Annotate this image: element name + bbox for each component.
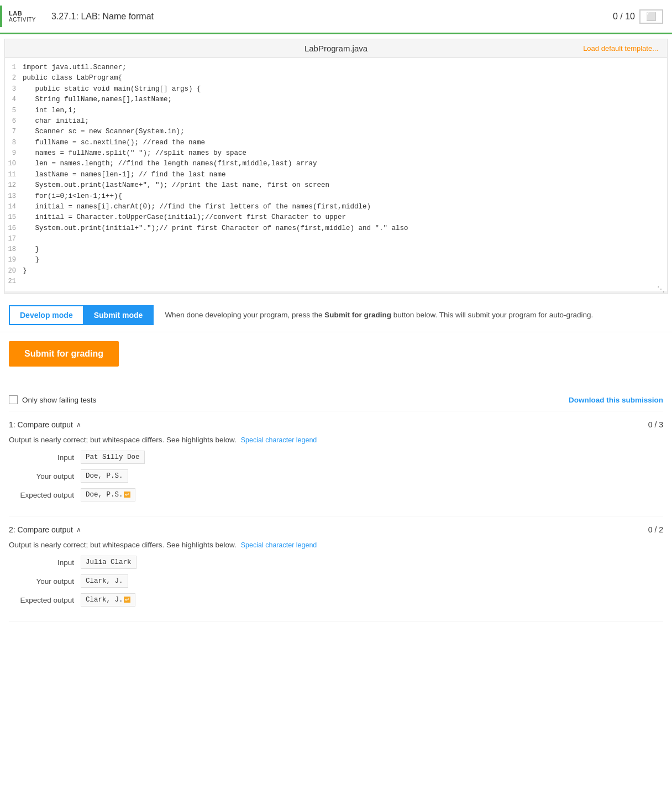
- line-number: 1: [5, 62, 23, 73]
- code-content: initial = Character.toUpperCase(initial)…: [23, 212, 346, 223]
- mode-desc-bold: Submit for grading: [324, 311, 391, 319]
- code-line: 3 public static void main(String[] args)…: [5, 84, 667, 95]
- lab-text: LAB: [9, 10, 36, 17]
- submit-area: Submit for grading: [0, 332, 672, 384]
- show-failing-text: Only show failing tests: [22, 396, 96, 404]
- code-content: names = fullName.split(" "); //split nam…: [23, 148, 246, 159]
- code-line: 9 names = fullName.split(" "); //split n…: [5, 148, 667, 159]
- newline-marker: ↵: [124, 492, 130, 498]
- code-content: public class LabProgram{: [23, 73, 122, 83]
- line-number: 20: [5, 266, 23, 276]
- your-output-label: Your output: [9, 472, 81, 480]
- code-content: Scanner sc = new Scanner(System.in);: [23, 127, 185, 137]
- line-number: 3: [5, 84, 23, 95]
- submit-grading-button[interactable]: Submit for grading: [9, 341, 119, 367]
- line-number: 17: [5, 234, 23, 244]
- input-value: Pat Silly Doe: [81, 451, 145, 464]
- your-output-row: Your output Clark, J.: [9, 574, 663, 588]
- code-line: 14 initial = names[i].charAt(0); //find …: [5, 202, 667, 212]
- test-header[interactable]: 1: Compare output ∧ 0 / 3: [9, 418, 663, 431]
- input-row: Input Julia Clark: [9, 556, 663, 569]
- develop-mode-button[interactable]: Develop mode: [9, 305, 83, 325]
- line-number: 15: [5, 212, 23, 223]
- test-body: Output is nearly correct; but whitespace…: [9, 536, 663, 614]
- editor-container: LabProgram.java Load default template...…: [4, 39, 668, 294]
- test-section: 1: Compare output ∧ 0 / 3 Output is near…: [9, 411, 663, 516]
- code-line: 12 System.out.print(lastName+", "); //pr…: [5, 180, 667, 191]
- code-line: 10 len = names.length; //find the length…: [5, 159, 667, 169]
- code-content: for(i=0;i<len-1;i++){: [23, 191, 122, 202]
- expected-output-row: Expected output Clark, J.↵: [9, 593, 663, 607]
- your-output-value: Doe, P.S.: [81, 469, 128, 483]
- code-line: 17: [5, 234, 667, 244]
- line-number: 6: [5, 116, 23, 127]
- expected-output-label: Expected output: [9, 491, 81, 499]
- special-char-legend-link[interactable]: Special character legend: [241, 541, 317, 549]
- input-label: Input: [9, 558, 81, 567]
- test-header[interactable]: 2: Compare output ∧ 0 / 2: [9, 523, 663, 536]
- line-number: 18: [5, 244, 23, 255]
- your-output-value: Clark, J.: [81, 574, 128, 588]
- code-line: 21: [5, 276, 667, 287]
- code-content: }: [23, 255, 39, 265]
- code-line: 13 for(i=0;i<len-1;i++){: [5, 191, 667, 202]
- code-line: 19 }: [5, 255, 667, 265]
- mode-desc-part1: When done developing your program, press…: [165, 311, 324, 319]
- test-body: Output is nearly correct; but whitespace…: [9, 431, 663, 509]
- line-number: 2: [5, 73, 23, 83]
- code-content: lastName = names[len-1]; // find the las…: [23, 170, 226, 180]
- failing-checkbox[interactable]: [9, 395, 18, 404]
- editor-filename: LabProgram.java: [229, 44, 444, 53]
- code-content: System.out.print(initial+".");// print f…: [23, 223, 408, 234]
- resize-handle[interactable]: [5, 291, 667, 294]
- code-content: System.out.print(lastName+", "); //print…: [23, 180, 329, 191]
- code-line: 1import java.util.Scanner;: [5, 62, 667, 73]
- test-score: 0 / 2: [648, 525, 663, 534]
- line-number: 19: [5, 255, 23, 265]
- expected-output-label: Expected output: [9, 596, 81, 604]
- download-submission-link[interactable]: Download this submission: [569, 396, 663, 404]
- line-number: 16: [5, 223, 23, 234]
- line-number: 11: [5, 170, 23, 180]
- test-message: Output is nearly correct; but whitespace…: [9, 436, 663, 444]
- show-failing-label[interactable]: Only show failing tests: [9, 395, 96, 404]
- header-score: 0 / 10 ⬜: [613, 9, 672, 24]
- input-value: Julia Clark: [81, 556, 136, 569]
- line-number: 7: [5, 127, 23, 137]
- special-char-legend-link[interactable]: Special character legend: [241, 436, 317, 444]
- line-number: 5: [5, 106, 23, 116]
- line-number: 9: [5, 148, 23, 159]
- newline-marker: ↵: [124, 597, 130, 603]
- code-line: 5 int len,i;: [5, 106, 667, 116]
- load-default-link[interactable]: Load default template...: [583, 44, 658, 53]
- mode-desc-part2: button below. This will submit your prog…: [391, 311, 593, 319]
- mode-description: When done developing your program, press…: [165, 310, 593, 321]
- code-line: 2public class LabProgram{: [5, 73, 667, 83]
- test-title-text: 2: Compare output: [9, 525, 73, 534]
- chevron-up-icon: ∧: [76, 421, 81, 428]
- test-message: Output is nearly correct; but whitespace…: [9, 541, 663, 549]
- code-line: 20}: [5, 266, 667, 276]
- test-section: 2: Compare output ∧ 0 / 2 Output is near…: [9, 516, 663, 621]
- chevron-up-icon: ∧: [76, 526, 81, 534]
- code-line: 8 fullName = sc.nextLine(); //read the n…: [5, 138, 667, 148]
- your-output-label: Your output: [9, 577, 81, 586]
- mode-area: Develop mode Submit mode When done devel…: [0, 299, 672, 332]
- results-toolbar: Only show failing tests Download this su…: [9, 389, 663, 411]
- code-content: public static void main(String[] args) {: [23, 84, 201, 95]
- line-number: 21: [5, 276, 23, 287]
- code-area[interactable]: 1import java.util.Scanner;2public class …: [5, 58, 667, 291]
- page-title: 3.27.1: LAB: Name format: [51, 12, 613, 22]
- test-message-text: Output is nearly correct; but whitespace…: [9, 436, 237, 444]
- test-title-text: 1: Compare output: [9, 420, 73, 429]
- code-content: String fullName,names[],lastName;: [23, 95, 172, 105]
- expected-output-row: Expected output Doe, P.S.↵: [9, 488, 663, 501]
- line-number: 8: [5, 138, 23, 148]
- code-content: initial = names[i].charAt(0); //find the…: [23, 202, 371, 212]
- input-label: Input: [9, 453, 81, 462]
- code-content: import java.util.Scanner;: [23, 62, 127, 73]
- code-content: }: [23, 266, 27, 276]
- submit-mode-button[interactable]: Submit mode: [83, 305, 154, 325]
- editor-header: LabProgram.java Load default template...: [5, 39, 667, 58]
- code-content: len = names.length; //find the length na…: [23, 159, 317, 169]
